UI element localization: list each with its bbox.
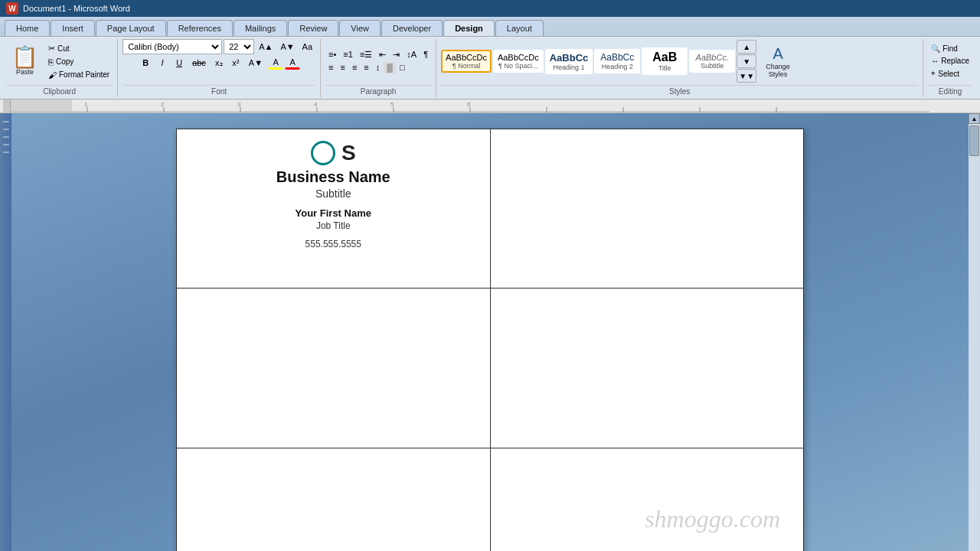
format-painter-button[interactable]: 🖌 Format Painter bbox=[45, 69, 113, 81]
find-label: Find bbox=[942, 44, 957, 53]
copy-icon: ⎘ bbox=[48, 57, 54, 67]
style-normal-button[interactable]: AaBbCcDc ¶ Normal bbox=[441, 50, 492, 73]
replace-icon: ↔ bbox=[931, 57, 939, 65]
borders-button[interactable]: □ bbox=[397, 62, 408, 73]
card-cell-3-2[interactable]: shmoggo.com bbox=[490, 448, 804, 551]
logo-circle-icon bbox=[311, 141, 335, 165]
tab-references[interactable]: References bbox=[167, 20, 233, 36]
superscript-button[interactable]: x² bbox=[228, 57, 243, 69]
style-subtitle-label: Subtitle bbox=[694, 62, 730, 70]
tab-developer[interactable]: Developer bbox=[381, 20, 443, 36]
find-icon: 🔍 bbox=[931, 44, 940, 53]
paragraph-group: ≡• ≡1 ≡☰ ⇤ ⇥ ↕A ¶ ≡ ≡ ≡ ≡ ↕ ▒ bbox=[322, 39, 436, 97]
styles-scroll-up[interactable]: ▲ bbox=[737, 40, 756, 54]
title-bar-text: Document1 - Microsoft Word bbox=[23, 4, 130, 13]
svg-text:5: 5 bbox=[390, 101, 394, 108]
left-panel-mark-5 bbox=[3, 152, 9, 153]
increase-indent-button[interactable]: ⇥ bbox=[390, 49, 403, 60]
find-button[interactable]: 🔍 Find bbox=[928, 43, 972, 54]
card-cell-2-2[interactable] bbox=[490, 289, 804, 448]
tab-insert[interactable]: Insert bbox=[51, 20, 95, 36]
shading-button[interactable]: ▒ bbox=[384, 62, 396, 73]
tab-mailings[interactable]: Mailings bbox=[234, 20, 287, 36]
para-row-2: ≡ ≡ ≡ ≡ ↕ ▒ □ bbox=[325, 62, 431, 73]
tab-page-layout[interactable]: Page Layout bbox=[96, 20, 166, 36]
numbering-button[interactable]: ≡1 bbox=[340, 49, 356, 60]
para-row-1: ≡• ≡1 ≡☰ ⇤ ⇥ ↕A ¶ bbox=[325, 49, 431, 60]
document-area[interactable]: S Business Name Subtitle Your First Name… bbox=[11, 113, 969, 551]
business-name[interactable]: Business Name bbox=[192, 168, 475, 186]
style-h1-button[interactable]: AaBbCc Heading 1 bbox=[545, 49, 593, 74]
tab-home[interactable]: Home bbox=[5, 20, 50, 36]
underline-button[interactable]: U bbox=[172, 57, 187, 69]
paste-button[interactable]: 📋 Paste bbox=[6, 42, 44, 81]
clear-formatting-button[interactable]: Aa bbox=[299, 41, 315, 53]
left-panel-mark-4 bbox=[3, 144, 9, 145]
tab-review[interactable]: Review bbox=[288, 20, 338, 36]
styles-expand[interactable]: ▼▼ bbox=[737, 69, 756, 83]
font-color-button[interactable]: A bbox=[285, 56, 300, 70]
tab-layout[interactable]: Layout bbox=[495, 20, 544, 36]
style-subtitle-button[interactable]: AaBbCc. Subtitle bbox=[689, 50, 735, 73]
align-left-button[interactable]: ≡ bbox=[325, 62, 336, 73]
show-hide-button[interactable]: ¶ bbox=[420, 49, 431, 60]
style-title-button[interactable]: AaB Title bbox=[642, 47, 688, 75]
copy-button[interactable]: ⎘ Copy bbox=[45, 56, 113, 68]
change-styles-button[interactable]: A Change Styles bbox=[758, 39, 798, 83]
clipboard-group: 📋 Paste ✂ Cut ⎘ Copy 🖌 bbox=[3, 39, 118, 97]
style-subtitle-preview: AaBbCc. bbox=[694, 53, 730, 62]
align-center-button[interactable]: ≡ bbox=[338, 62, 348, 73]
style-normal-label: ¶ Normal bbox=[446, 62, 487, 70]
card-cell-1-2[interactable] bbox=[490, 129, 804, 289]
business-subtitle[interactable]: Subtitle bbox=[192, 187, 475, 200]
right-scrollbar[interactable]: ▲ ▼ bbox=[969, 113, 980, 551]
style-nospace-button[interactable]: AaBbCcDc ¶ No Spaci... bbox=[493, 50, 544, 73]
subscript-button[interactable]: x₂ bbox=[211, 57, 227, 70]
ruler-svg: 1 2 3 4 5 6 bbox=[11, 99, 977, 112]
font-name-select[interactable]: Calibri (Body) bbox=[122, 39, 222, 54]
svg-text:1: 1 bbox=[84, 101, 88, 108]
scroll-thumb[interactable] bbox=[969, 126, 979, 156]
style-h2-button[interactable]: AaBbCc Heading 2 bbox=[594, 49, 640, 73]
shrink-font-button[interactable]: A▼ bbox=[277, 41, 297, 53]
tab-design[interactable]: Design bbox=[443, 20, 495, 36]
card-cell-main: S Business Name Subtitle Your First Name… bbox=[177, 129, 491, 289]
person-name[interactable]: Your First Name bbox=[192, 207, 475, 219]
sort-button[interactable]: ↕A bbox=[403, 49, 420, 60]
phone[interactable]: 555.555.5555 bbox=[192, 239, 475, 249]
bullets-button[interactable]: ≡• bbox=[325, 49, 339, 60]
tab-view[interactable]: View bbox=[339, 20, 381, 36]
replace-button[interactable]: ↔ Replace bbox=[928, 55, 972, 67]
select-button[interactable]: ⌖ Select bbox=[928, 67, 972, 80]
editing-buttons: 🔍 Find ↔ Replace ⌖ Select bbox=[928, 43, 972, 80]
justify-button[interactable]: ≡ bbox=[361, 62, 371, 73]
replace-label: Replace bbox=[941, 57, 969, 65]
style-h2-preview: AaBbCc bbox=[599, 52, 635, 63]
strikethrough-button[interactable]: abc bbox=[188, 57, 210, 69]
decrease-indent-button[interactable]: ⇤ bbox=[376, 49, 389, 60]
align-right-button[interactable]: ≡ bbox=[349, 62, 360, 73]
card-cell-3-1[interactable] bbox=[177, 448, 491, 551]
paste-icon: 📋 bbox=[11, 47, 38, 68]
style-h1-label: Heading 1 bbox=[550, 64, 589, 71]
svg-text:6: 6 bbox=[467, 101, 471, 108]
card-table: S Business Name Subtitle Your First Name… bbox=[176, 129, 804, 551]
scroll-up-button[interactable]: ▲ bbox=[969, 113, 980, 124]
text-effects-button[interactable]: A▼ bbox=[245, 57, 266, 69]
card-cell-2-1[interactable] bbox=[177, 289, 491, 448]
italic-button[interactable]: I bbox=[155, 57, 170, 69]
styles-scroll-down[interactable]: ▼ bbox=[737, 54, 756, 68]
font-name-row: Calibri (Body) 22 81012141824 A▲ A▼ Aa bbox=[122, 39, 315, 54]
left-panel-mark-2 bbox=[3, 129, 9, 130]
ruler: 1 2 3 4 5 6 bbox=[0, 99, 980, 113]
multilevel-button[interactable]: ≡☰ bbox=[357, 49, 375, 60]
bold-button[interactable]: B bbox=[138, 57, 153, 69]
grow-font-button[interactable]: A▲ bbox=[256, 41, 276, 53]
font-size-select[interactable]: 22 81012141824 bbox=[224, 39, 254, 54]
cut-button[interactable]: ✂ Cut bbox=[45, 42, 113, 55]
change-styles-icon: A bbox=[773, 45, 782, 63]
title-bar: W Document1 - Microsoft Word bbox=[0, 0, 980, 17]
job-title[interactable]: Job Title bbox=[192, 220, 475, 231]
line-spacing-button[interactable]: ↕ bbox=[373, 62, 384, 73]
highlight-button[interactable]: A bbox=[268, 56, 283, 70]
